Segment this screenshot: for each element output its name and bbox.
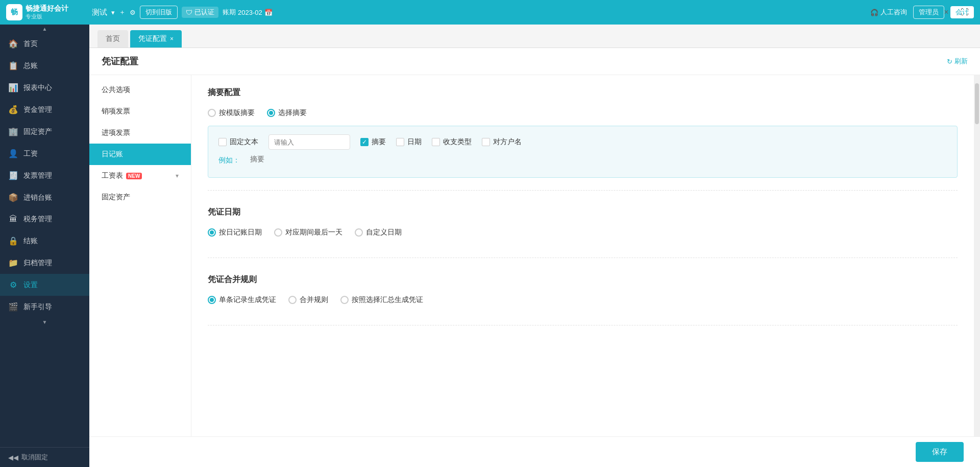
- summary-radio-template[interactable]: 按模版摘要: [208, 108, 255, 118]
- section-merge: 凭证合并规则 单条记录生成凭证 合并规则: [208, 274, 958, 325]
- example-value: 摘要: [250, 155, 264, 164]
- page-content: 凭证配置 ↻ 刷新 公共选项 销项发票 进项发票: [89, 48, 980, 467]
- sidebar-label-ledger: 总账: [23, 61, 38, 71]
- content-body: 公共选项 销项发票 进项发票 日记账 工资表 NEW ▾: [89, 75, 980, 436]
- left-nav-sales-invoice[interactable]: 销项发票: [89, 101, 191, 122]
- sidebar: ▲ 🏠 首页 📋 总账 📊 报表中心 💰 资金管理 🏢 固定资产 👤 工资 🧾 …: [0, 25, 89, 467]
- scroll-track[interactable]: [974, 75, 980, 436]
- sidebar-scroll-down[interactable]: ▼: [0, 318, 89, 326]
- section-date: 凭证日期 按日记账日期 对应期间最后一天: [208, 207, 958, 258]
- left-nav-fixed-assets[interactable]: 固定资产: [89, 186, 191, 208]
- sidebar-scroll-up[interactable]: ▲: [0, 25, 89, 33]
- radio-select-label: 选择摘要: [278, 108, 307, 118]
- radio-circle-last-day: [274, 228, 282, 237]
- logo-sub: 专业版: [26, 13, 68, 20]
- capital-icon: 💰: [8, 105, 18, 114]
- radio-circle-template: [208, 109, 216, 117]
- add-btn[interactable]: ＋: [119, 8, 126, 17]
- tab-voucher-config[interactable]: 凭证配置 ×: [130, 30, 182, 48]
- tab-bar: 首页 凭证配置 × × ⛶: [89, 25, 980, 48]
- checkbox-fixed-text-label: 固定文本: [230, 137, 258, 147]
- top-header: 畅 畅捷通好会计 专业版 测试 ▾ ＋ ⚙ 切到旧版 🛡 已认证 账期 2023…: [0, 0, 980, 25]
- tab-voucher-config-label: 凭证配置: [138, 34, 167, 43]
- switch-old-btn[interactable]: 切到旧版: [140, 6, 178, 19]
- left-nav-payroll[interactable]: 工资表 NEW ▾: [89, 165, 191, 186]
- sidebar-label-assets: 固定资产: [23, 127, 52, 136]
- checkbox-box-counterpart: [482, 138, 490, 146]
- section-summary: 摘要配置 按模版摘要 选择摘要: [208, 87, 958, 191]
- sidebar-item-report[interactable]: 📊 报表中心: [0, 77, 89, 99]
- left-nav-public[interactable]: 公共选项: [89, 79, 191, 101]
- merge-radio-single[interactable]: 单条记录生成凭证: [208, 295, 276, 305]
- sidebar-item-assets[interactable]: 🏢 固定资产: [0, 121, 89, 143]
- tab-close-icon[interactable]: ×: [170, 35, 174, 42]
- sidebar-label-salary: 工资: [23, 149, 38, 158]
- refresh-icon: ↻: [947, 58, 952, 65]
- sidebar-item-ledger[interactable]: 📋 总账: [0, 55, 89, 77]
- sidebar-item-tax[interactable]: 🏛 税务管理: [0, 208, 89, 230]
- cancel-fixed-label: 取消固定: [21, 453, 48, 462]
- sidebar-item-archive[interactable]: 📁 归档管理: [0, 252, 89, 274]
- sidebar-item-invoice[interactable]: 🧾 发票管理: [0, 165, 89, 186]
- date-radio-group: 按日记账日期 对应期间最后一天 自定义日期: [208, 228, 958, 237]
- content-area: 首页 凭证配置 × × ⛶ 凭证配置 ↻ 刷新: [89, 25, 980, 467]
- refresh-btn[interactable]: ↻ 刷新: [947, 57, 968, 66]
- radio-custom-date-label: 自定义日期: [366, 228, 402, 237]
- left-nav: 公共选项 销项发票 进项发票 日记账 工资表 NEW ▾: [89, 75, 191, 436]
- left-nav-journal-label: 日记账: [102, 150, 123, 158]
- home-icon: 🏠: [8, 39, 18, 49]
- checkbox-counterpart[interactable]: 对方户名: [482, 137, 522, 147]
- fixed-text-input[interactable]: [268, 134, 350, 150]
- settings-btn[interactable]: ⚙: [130, 9, 136, 16]
- example-row: 例如： 摘要: [218, 154, 947, 165]
- merge-radio-rule[interactable]: 合并规则: [288, 295, 328, 305]
- payroll-chevron-icon: ▾: [176, 172, 179, 179]
- checkbox-payment-type[interactable]: 收支类型: [432, 137, 472, 147]
- logo-icon: 畅: [6, 4, 22, 20]
- scroll-thumb: [975, 83, 979, 124]
- summary-checkbox-row: 固定文本 ✓ 摘要 日期: [218, 134, 947, 150]
- left-nav-journal[interactable]: 日记账: [89, 144, 191, 165]
- consult-btn[interactable]: 🎧 人工咨询: [870, 8, 907, 17]
- sidebar-item-close[interactable]: 🔒 结账: [0, 230, 89, 252]
- radio-single-label: 单条记录生成凭证: [219, 295, 276, 305]
- summary-radio-select[interactable]: 选择摘要: [267, 108, 307, 118]
- checkbox-summary[interactable]: ✓ 摘要: [360, 137, 386, 147]
- sidebar-item-salary[interactable]: 👤 工资: [0, 143, 89, 165]
- tab-home-label: 首页: [106, 34, 120, 43]
- period-value: 2023-02: [238, 9, 262, 16]
- sidebar-item-stock[interactable]: 📦 进销台账: [0, 186, 89, 208]
- bottom-bar: 保存: [89, 436, 980, 467]
- consult-label: 人工咨询: [880, 8, 907, 17]
- cancel-fixed-btn[interactable]: ◀◀ 取消固定: [0, 447, 89, 467]
- sidebar-label-stock: 进销台账: [23, 193, 52, 202]
- sidebar-item-home[interactable]: 🏠 首页: [0, 33, 89, 55]
- certified-label: 已认证: [194, 8, 214, 17]
- radio-circle-aggregate: [340, 296, 349, 304]
- left-nav-purchase-label: 进项发票: [102, 128, 130, 136]
- summary-radio-group: 按模版摘要 选择摘要: [208, 108, 958, 118]
- date-radio-journal[interactable]: 按日记账日期: [208, 228, 262, 237]
- left-nav-purchase-invoice[interactable]: 进项发票: [89, 122, 191, 144]
- dropdown-btn[interactable]: ▾: [111, 9, 115, 16]
- checkbox-counterpart-label: 对方户名: [493, 137, 522, 147]
- radio-rule-label: 合并规则: [300, 295, 328, 305]
- calendar-icon[interactable]: 📅: [264, 9, 273, 16]
- merge-radio-group: 单条记录生成凭证 合并规则 按照选择汇总生成凭证: [208, 295, 958, 305]
- date-radio-custom[interactable]: 自定义日期: [355, 228, 402, 237]
- sidebar-item-settings[interactable]: ⚙ 设置: [0, 274, 89, 296]
- page-title: 凭证配置: [102, 55, 138, 67]
- checkbox-fixed-text[interactable]: 固定文本: [218, 137, 258, 147]
- tab-home[interactable]: 首页: [97, 30, 128, 48]
- checkbox-date[interactable]: 日期: [396, 137, 422, 147]
- save-btn[interactable]: 保存: [916, 442, 964, 462]
- date-radio-last-day[interactable]: 对应期间最后一天: [274, 228, 342, 237]
- sidebar-item-capital[interactable]: 💰 资金管理: [0, 99, 89, 121]
- period-label: 账期: [223, 8, 236, 17]
- summary-config-box: 固定文本 ✓ 摘要 日期: [208, 126, 958, 178]
- sidebar-item-guide[interactable]: 🎬 新手引导: [0, 296, 89, 318]
- merge-radio-aggregate[interactable]: 按照选择汇总生成凭证: [340, 295, 423, 305]
- unpin-icon: ◀◀: [8, 454, 18, 461]
- archive-icon: 📁: [8, 258, 18, 268]
- sidebar-label-report: 报表中心: [23, 83, 52, 92]
